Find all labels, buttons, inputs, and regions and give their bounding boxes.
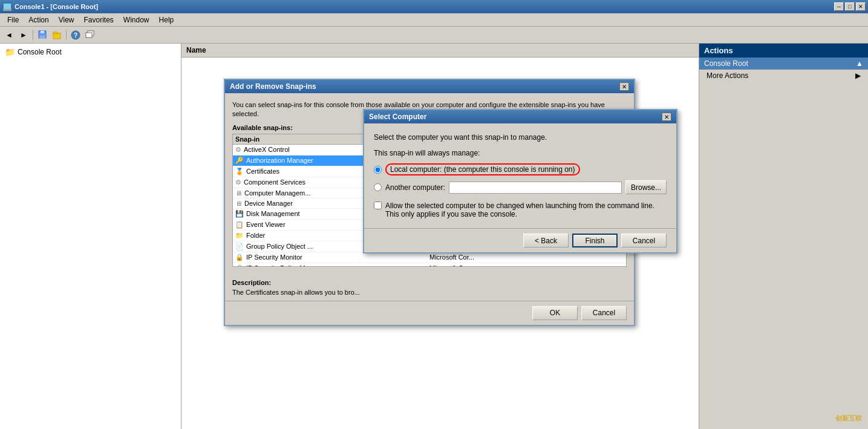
actions-panel: Actions Console Root ▲ More Actions ▶ [699,44,868,429]
local-computer-radio[interactable] [374,166,382,174]
sidebar-item-label: Console Root [18,48,62,56]
toolbar: ◄ ► ? [0,27,868,44]
forward-button[interactable]: ► [17,28,30,42]
menu-bar: File Action View Favorites Window Help [0,13,868,27]
actions-more-actions[interactable]: More Actions ▶ [699,70,868,82]
sc-allow-change-row: Allow the selected computer to be change… [374,201,667,218]
title-bar-text: Console1 - [Console Root] [15,3,834,10]
snapins-ok-button[interactable]: OK [532,306,578,320]
title-bar: Console1 - [Console Root] ─ □ ✕ [0,0,868,13]
menu-action[interactable]: Action [24,15,53,25]
sc-subtext: This snap-in will always manage: [374,149,667,157]
snapins-bottom: Description: The Certificates snap-in al… [225,274,634,301]
svg-rect-1 [4,4,11,9]
open-button[interactable] [50,28,64,42]
menu-favorites[interactable]: Favorites [79,15,119,25]
maximize-button[interactable]: □ [845,2,855,11]
finish-button-sc[interactable]: Finish [572,234,618,247]
svg-rect-7 [53,32,57,34]
select-computer-title-bar: Select Computer ✕ [364,110,676,123]
svg-rect-5 [39,36,45,39]
another-computer-radio[interactable] [374,183,382,191]
description-text: The Certificates snap-in allows you to b… [232,289,627,296]
select-computer-footer: < Back Finish Cancel [364,228,676,252]
sidebar: 📁 Console Root [0,44,181,429]
close-button[interactable]: ✕ [856,2,866,11]
snapins-cancel-button[interactable]: Cancel [581,306,627,320]
local-computer-label: Local computer: (the computer this conso… [385,163,580,175]
arrow-right-icon: ▶ [855,71,861,80]
title-bar-buttons: ─ □ ✕ [834,2,866,11]
content-header: Name [181,44,699,57]
select-computer-dialog: Select Computer ✕ Select the computer yo… [363,109,677,254]
app-icon [2,2,12,11]
description-label: Description: [232,279,627,286]
cancel-button-sc[interactable]: Cancel [621,234,667,247]
select-computer-close-button[interactable]: ✕ [662,113,671,121]
snapins-footer: OK Cancel [225,301,634,325]
select-computer-title-text: Select Computer [369,113,426,121]
back-button-sc[interactable]: < Back [523,234,569,247]
sc-radio-group: Local computer: (the computer this conso… [374,163,667,194]
menu-window[interactable]: Window [119,15,154,25]
sc-instruction: Select the computer you want this snap-i… [374,133,667,142]
svg-rect-2 [3,9,11,11]
svg-rect-4 [41,31,44,33]
help-button[interactable]: ? [69,28,82,42]
svg-text:?: ? [74,32,77,39]
svg-rect-11 [86,33,92,38]
allow-change-checkbox[interactable] [374,201,382,209]
browse-button[interactable]: Browse... [625,180,667,194]
allow-change-label: Allow the selected computer to be change… [385,201,667,218]
snapins-dialog-title-text: Add or Remove Snap-ins [230,82,316,91]
watermark-text: 创新互联 [835,414,862,422]
chevron-up-icon: ▲ [856,59,863,68]
local-computer-label-text: Local computer: (the computer this conso… [385,163,580,175]
snapin-ip-security-policy[interactable]: 🔒IP Security Policy M... Microsoft Cor..… [233,263,626,267]
menu-help[interactable]: Help [154,15,179,25]
another-computer-input[interactable] [449,182,622,194]
actions-panel-header: Actions [699,44,868,57]
toolbar-separator-1 [33,30,33,41]
actions-section-console-root: Console Root ▲ [699,57,868,70]
snapins-close-button[interactable]: ✕ [619,82,629,91]
sc-local-computer-radio-row: Local computer: (the computer this conso… [374,163,667,175]
select-computer-body: Select the computer you want this snap-i… [364,123,676,228]
menu-view[interactable]: View [54,15,79,25]
another-computer-label: Another computer: [385,183,445,192]
sidebar-item-console-root[interactable]: 📁 Console Root [2,46,178,58]
new-window-button[interactable] [83,28,97,42]
menu-file[interactable]: File [2,15,24,25]
snapins-dialog-title-bar: Add or Remove Snap-ins ✕ [225,80,634,93]
back-button[interactable]: ◄ [2,28,16,42]
toolbar-separator-2 [66,30,67,41]
minimize-button[interactable]: ─ [834,2,844,11]
snapin-ip-security-monitor[interactable]: 🔒IP Security Monitor Microsoft Cor... [233,252,626,263]
column-name-header: Name [186,46,206,54]
folder-icon: 📁 [5,47,15,57]
sc-another-computer-row: Another computer: Browse... [374,180,667,194]
watermark: 创新互联 [835,414,862,423]
save-button[interactable] [36,28,49,42]
